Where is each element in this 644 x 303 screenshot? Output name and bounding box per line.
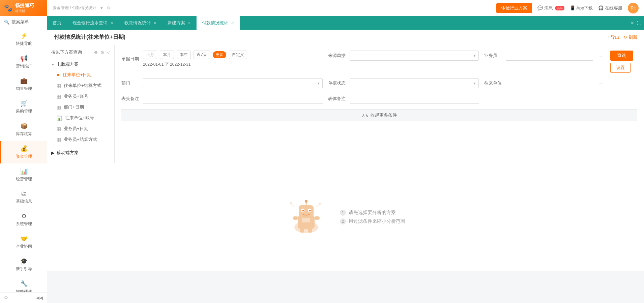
scheme-item-label: 部门+日期 bbox=[64, 104, 84, 110]
add-scheme-icon[interactable]: ⊕ bbox=[94, 50, 98, 55]
sidebar-item-hardware[interactable]: 🔧 智能硬件 bbox=[0, 276, 47, 292]
svg-point-17 bbox=[319, 203, 321, 205]
scheme-section-mobile-title[interactable]: ▶ 移动端方案 bbox=[47, 148, 114, 158]
date-range-display: 2022-01-01 至 2022-12-31 bbox=[143, 62, 247, 67]
date-more-btn[interactable]: 更多 bbox=[213, 51, 226, 58]
hardware-icon: 🔧 bbox=[20, 280, 28, 287]
sidebar-item-inventory[interactable]: 📦 库存核算 bbox=[0, 118, 47, 141]
tab-collection-stats[interactable]: 收款情况统计 ✕ bbox=[119, 16, 162, 30]
tab-close-icon[interactable]: ✕ bbox=[231, 21, 234, 25]
scheme-settings-icon[interactable]: ⊙ bbox=[100, 50, 104, 55]
sidebar-item-quick-nav[interactable]: ⚡ 快捷导航 bbox=[0, 28, 47, 51]
download-icon: 📱 bbox=[570, 5, 575, 10]
scheme-item-partner-account[interactable]: 📊 往来单位+账号 bbox=[47, 113, 114, 123]
app-download-label: App下载 bbox=[576, 5, 593, 10]
export-button[interactable]: ↑ 导出 bbox=[607, 34, 620, 40]
sidebar-item-sales[interactable]: 💼 销售管理 bbox=[0, 73, 47, 96]
svg-rect-9 bbox=[293, 216, 298, 220]
query-button[interactable]: 查询 bbox=[610, 51, 633, 61]
partner-dots-icon[interactable]: ··· bbox=[596, 81, 605, 86]
sidebar-item-label: 经营管理 bbox=[16, 176, 32, 182]
message-icon: 💬 bbox=[537, 5, 543, 10]
collapse-bar[interactable]: ∧∧ 收起更多条件 bbox=[121, 109, 637, 121]
app-version: 标准版 bbox=[15, 9, 34, 13]
svg-line-14 bbox=[291, 204, 294, 207]
partner-label: 往来单位 bbox=[484, 80, 503, 86]
filter-field-bill-status: 单据状态 ▾ bbox=[328, 78, 479, 88]
tab-new-scheme[interactable]: 新建方案 ✕ bbox=[162, 16, 197, 30]
bill-status-select[interactable]: ▾ bbox=[350, 78, 479, 88]
tab-home[interactable]: 首页 bbox=[47, 16, 67, 30]
tab-label: 首页 bbox=[53, 20, 61, 26]
refresh-icon: ↻ bbox=[623, 35, 627, 40]
tab-bank-flow[interactable]: 现金银行流水查询 ✕ bbox=[67, 16, 119, 30]
header-remark-input[interactable] bbox=[143, 94, 323, 104]
tab-expand-icon[interactable]: ⛶ bbox=[637, 21, 641, 26]
partner-input[interactable] bbox=[506, 78, 593, 88]
date-last-month-btn[interactable]: 上月 bbox=[143, 51, 157, 59]
app-name: 畅捷通巧 bbox=[15, 3, 34, 9]
scheme-item-label: 往来单位+日期 bbox=[63, 72, 92, 78]
tab-close-all-icon[interactable]: ✕ bbox=[631, 21, 634, 26]
online-service-btn[interactable]: 🎧 在线客服 bbox=[598, 5, 622, 11]
tab-close-icon[interactable]: ✕ bbox=[188, 21, 191, 25]
quick-nav-icon: ⚡ bbox=[20, 32, 28, 39]
tab-close-icon[interactable]: ✕ bbox=[110, 21, 113, 25]
sidebar-item-marketing[interactable]: 📢 营销推广 bbox=[0, 51, 47, 73]
empty-tip-2: 2 用过滤条件来缩小分析范围 bbox=[340, 218, 405, 224]
sidebar-bottom: ⚙ ◀◀ bbox=[0, 292, 47, 303]
scheme-item-icon: ▦ bbox=[57, 137, 61, 142]
date-last-7days-btn[interactable]: 近7天 bbox=[194, 51, 210, 59]
settings-gear-icon[interactable]: ⚙ bbox=[107, 5, 111, 10]
export-icon: ↑ bbox=[607, 35, 610, 40]
salesman-input[interactable] bbox=[506, 51, 593, 61]
tab-payment-stats[interactable]: 付款情况统计 ✕ bbox=[197, 16, 240, 30]
sidebar-item-basic[interactable]: 🗂 基础信息 bbox=[0, 186, 47, 208]
message-btn[interactable]: 💬 消息 99+ bbox=[537, 5, 564, 11]
settings-icon[interactable]: ⚙ bbox=[4, 295, 8, 300]
sidebar-item-label: 资金管理 bbox=[16, 154, 32, 159]
user-avatar[interactable]: Rit bbox=[628, 3, 639, 13]
app-download-btn[interactable]: 📱 App下载 bbox=[570, 5, 593, 11]
dept-select[interactable]: ▾ bbox=[143, 78, 323, 88]
svg-point-8 bbox=[305, 200, 308, 203]
svg-rect-13 bbox=[302, 218, 310, 222]
sidebar-item-capital[interactable]: 💰 资金管理 bbox=[0, 141, 47, 163]
trial-button[interactable]: 体验行业方案 bbox=[496, 3, 532, 13]
source-select[interactable]: ▾ bbox=[350, 51, 479, 61]
scheme-item-salesman-settlement[interactable]: ▦ 业务员+结算方式 bbox=[47, 134, 114, 145]
system-icon: ⚙ bbox=[21, 212, 27, 220]
filter-field-dept: 部门 ▾ bbox=[121, 78, 323, 88]
empty-tips: 1 请先选择要分析的方案 2 用过滤条件来缩小分析范围 bbox=[340, 210, 405, 224]
scheme-item-salesman-date[interactable]: ▦ 业务员+日期 bbox=[47, 123, 114, 134]
tab-close-icon[interactable]: ✕ bbox=[153, 21, 156, 25]
filter-form: 单据日期 上月 本月 本年 近7天 更多 自定义 2022-01-01 至 20… bbox=[115, 45, 644, 163]
export-label: 导出 bbox=[611, 34, 619, 40]
dropdown-arrow-icon[interactable]: ▾ bbox=[100, 5, 103, 10]
body-remark-input[interactable] bbox=[350, 94, 479, 104]
svg-rect-11 bbox=[300, 228, 304, 233]
date-this-year-btn[interactable]: 本年 bbox=[177, 51, 191, 59]
app-logo: 🐾 畅捷通巧 标准版 bbox=[0, 0, 47, 16]
scheme-item-salesman-account[interactable]: ▦ 业务员+账号 bbox=[47, 91, 114, 102]
collapse-sidebar-icon[interactable]: ◀◀ bbox=[36, 295, 43, 300]
sidebar-item-guide[interactable]: 🎓 新手引导 bbox=[0, 253, 47, 276]
sidebar-item-operation[interactable]: 📊 经营管理 bbox=[0, 163, 47, 186]
scheme-item-partner-settlement[interactable]: ▦ 往来单位+结算方式 bbox=[47, 80, 114, 91]
scheme-section-desktop-title[interactable]: ▼ 电脑端方案 bbox=[47, 59, 114, 69]
date-this-month-btn[interactable]: 本月 bbox=[160, 51, 174, 59]
sidebar-item-purchase[interactable]: 🛒 采购管理 bbox=[0, 96, 47, 118]
svg-point-5 bbox=[302, 210, 304, 212]
sidebar-item-system[interactable]: ⚙ 系统管理 bbox=[0, 208, 47, 231]
search-menu[interactable]: 🔍 搜索菜单 bbox=[0, 16, 47, 28]
empty-tip-1: 1 请先选择要分析的方案 bbox=[340, 210, 405, 216]
setting-button[interactable]: 设置 bbox=[610, 63, 631, 73]
refresh-button[interactable]: ↻ 刷新 bbox=[623, 34, 637, 40]
scheme-item-partner-date[interactable]: ● 往来单位+日期 bbox=[47, 69, 114, 80]
scheme-collapse-icon[interactable]: ◁ bbox=[107, 50, 110, 55]
salesman-dots-icon[interactable]: ··· bbox=[596, 53, 605, 58]
collapse-icon: ∧∧ bbox=[362, 113, 369, 118]
sidebar-item-enterprise[interactable]: 🤝 企业协同 bbox=[0, 231, 47, 253]
scheme-item-dept-date[interactable]: ▦ 部门+日期 bbox=[47, 102, 114, 113]
date-custom-btn[interactable]: 自定义 bbox=[229, 51, 247, 59]
